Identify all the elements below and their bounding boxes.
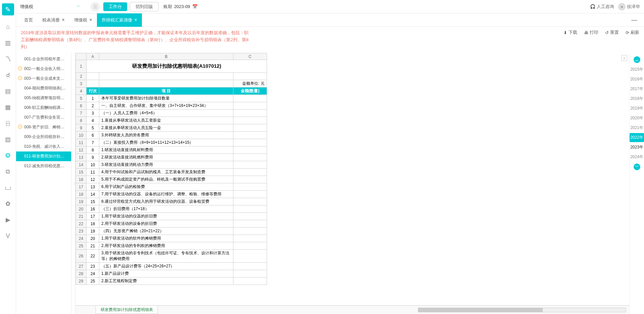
tax-type-dropdown[interactable]: 增值税 ﹀ — [20, 4, 80, 10]
nav-grid-icon[interactable]: ▦ — [3, 103, 13, 112]
tab-bar: 首页税表清册✕增值税✕所得税汇算清缴✕ — — [16, 13, 644, 27]
warning-icon: ! — [18, 66, 22, 70]
tab-label: 增值税 — [74, 17, 87, 23]
tab-label: 首页 — [24, 17, 33, 23]
nav-calendar-icon[interactable]: ▧ — [3, 135, 13, 144]
close-icon[interactable]: ✕ — [62, 18, 65, 22]
spreadsheet[interactable]: ABC1研发费用加计扣除优惠明细表(A107012)23金额单位: 元4行次项 … — [75, 53, 267, 285]
content-area: 2019年度涉及取以前年度结转数据的申报表单元格需要手工维护正确，才能保证本年及… — [16, 27, 644, 314]
form-item-label: 011-研发费用加计扣除优惠... — [24, 154, 71, 159]
tax-type-label: 增值税 — [20, 4, 33, 10]
form-item-label: 012-减免所得税优惠明细表(... — [24, 164, 71, 168]
support-link[interactable]: 🎧 人工咨询 — [590, 4, 614, 10]
form-item-label: 010-免税、减计收入及加计... — [24, 144, 71, 149]
nav-v-icon[interactable]: V — [3, 231, 13, 241]
notice-text: 2019年度涉及取以前年度结转数据的申报表单元格需要手工维护正确，才能保证本年及… — [21, 29, 249, 50]
form-item[interactable]: 004-期间费用明细表(A1040... — [16, 83, 71, 93]
horizontal-scrollbar[interactable] — [418, 308, 626, 312]
tab-label: 所得税汇算清缴 — [102, 17, 132, 23]
form-list: 001-企业所得税年度纳税申...!002-一般企业收入明细表(A...!003… — [16, 53, 71, 314]
form-item[interactable]: 011-研发费用加计扣除优惠... — [16, 151, 71, 161]
avatar-icon: ● — [618, 3, 626, 10]
form-item[interactable]: 006-职工薪酬纳税调整明细... — [16, 103, 71, 113]
calendar-icon[interactable]: 📅 — [192, 4, 198, 9]
nav-bag-icon[interactable]: ☌ — [3, 70, 13, 80]
form-item-label: 009-企业所得税弥补亏损明... — [24, 134, 71, 139]
spreadsheet-area: » ABC1研发费用加计扣除优惠明细表(A107012)23金额单位: 元4行次… — [75, 53, 629, 314]
tab-label: 税表清册 — [42, 17, 60, 23]
year-option[interactable]: 2015年 — [630, 65, 644, 74]
reset-icon: ↺ — [605, 30, 609, 35]
nav-play-icon[interactable]: ▶ — [3, 215, 13, 225]
year-scroll-down[interactable]: ︾ — [634, 164, 640, 170]
print-button[interactable]: 🖶打印 — [584, 29, 598, 36]
support-label: 人工咨询 — [597, 4, 614, 10]
expand-button[interactable]: » — [621, 55, 627, 61]
form-item-label: 005-纳税调整项目明细表(A1... — [24, 96, 71, 100]
form-item-label: 008-资产折旧、摊销及纳税... — [24, 125, 71, 129]
chevron-down-icon: ﹀ — [76, 4, 80, 9]
toolbar-actions: ⬇下载 🖶打印 ↺重置 ⟳刷新 — [564, 29, 639, 36]
collapse-tabs-button[interactable]: — — [631, 16, 637, 23]
year-scroll-up[interactable]: ︽ — [634, 56, 640, 63]
period-value: 2023-09 — [174, 4, 190, 9]
sheet-footer: 研发费用加计扣除优惠明细表 — [75, 305, 629, 314]
form-item[interactable]: 001-企业所得税年度纳税申... — [16, 54, 71, 64]
year-option[interactable]: 2019年 — [630, 104, 644, 113]
refresh-button[interactable]: ⟳刷新 — [626, 29, 639, 36]
headset-icon: 🎧 — [590, 4, 595, 9]
form-item[interactable]: 005-纳税调整项目明细表(A1... — [16, 93, 71, 103]
year-option[interactable]: 2018年 — [630, 94, 644, 103]
form-item[interactable]: 009-企业所得税弥补亏损明... — [16, 132, 71, 142]
download-button[interactable]: ⬇下载 — [564, 29, 577, 36]
left-nav: ✎ ⌂ ▥ 〽 ☌ ▤ ▦ ⌸ ▧ ❂ ⧉ ⌴ ✿ ▶ V — [0, 0, 16, 314]
form-item-label: 003-一般企业成本支出明细... — [24, 76, 71, 81]
year-option[interactable]: 2016年 — [630, 75, 644, 84]
year-rail: ︽2015年2016年2017年2018年2019年2020年2021年2022… — [629, 53, 644, 314]
warning-icon: ! — [18, 76, 22, 80]
form-item[interactable]: !008-资产折旧、摊销及纳税... — [16, 122, 71, 132]
tab-税表清册[interactable]: 税表清册✕ — [38, 13, 69, 27]
user-menu[interactable]: ● 徐泽华 — [618, 3, 640, 10]
collapse-handle[interactable] — [71, 53, 75, 314]
round-button[interactable]: ☰ — [91, 2, 100, 11]
year-option[interactable]: 2023年 — [630, 143, 644, 152]
form-item[interactable]: 007-广告费和业务宣传费跨... — [16, 113, 71, 122]
close-icon[interactable]: ✕ — [89, 18, 92, 22]
refresh-icon: ⟳ — [626, 30, 629, 35]
close-icon[interactable]: ✕ — [134, 18, 137, 22]
reset-button[interactable]: ↺重置 — [605, 29, 619, 36]
year-option[interactable]: 2022年 — [630, 133, 644, 142]
tab-增值税[interactable]: 增值税✕ — [69, 13, 97, 27]
nav-copy-icon[interactable]: ⧉ — [3, 167, 13, 176]
sheet-tab[interactable]: 研发费用加计扣除优惠明细表 — [96, 306, 158, 314]
nav-doc-icon[interactable]: ▥ — [3, 38, 13, 48]
nav-home-icon[interactable]: ⌂ — [3, 22, 13, 32]
nav-gear-icon[interactable]: ✿ — [3, 199, 13, 208]
form-item[interactable]: 012-减免所得税优惠明细表(... — [16, 161, 71, 171]
nav-list-icon[interactable]: ▤ — [3, 86, 13, 96]
nav-inbox-icon[interactable]: ⌴ — [3, 183, 13, 192]
tab-所得税汇算清缴[interactable]: 所得税汇算清缴✕ — [97, 13, 142, 27]
tab-首页[interactable]: 首页 — [19, 13, 38, 27]
warning-icon: ! — [18, 125, 22, 129]
year-option[interactable]: 2017年 — [630, 84, 644, 93]
top-bar: 增值税 ﹀ ☰ 工作台 切到旧版 账期 2023-09 📅 🎧 人工咨询 ● 徐… — [16, 0, 644, 13]
nav-active-icon[interactable]: ❂ — [3, 151, 13, 160]
form-item[interactable]: !002-一般企业收入明细表(A... — [16, 64, 71, 74]
print-icon: 🖶 — [584, 30, 588, 35]
form-item-label: 002-一般企业收入明细表(A... — [24, 66, 71, 71]
nav-badge-icon[interactable]: ⌸ — [3, 119, 13, 128]
year-option[interactable]: 2020年 — [630, 114, 644, 123]
nav-chart-icon[interactable]: 〽 — [3, 54, 13, 64]
form-item[interactable]: 010-免税、减计收入及加计... — [16, 142, 71, 151]
form-item-label: 007-广告费和业务宣传费跨... — [24, 115, 71, 120]
workbench-button[interactable]: 工作台 — [103, 2, 127, 11]
form-item-label: 001-企业所得税年度纳税申... — [24, 57, 71, 61]
form-item[interactable]: !003-一般企业成本支出明细... — [16, 74, 71, 83]
sheet-scroll[interactable]: ABC1研发费用加计扣除优惠明细表(A107012)23金额单位: 元4行次项 … — [75, 53, 629, 305]
form-item-label: 004-期间费用明细表(A1040... — [24, 86, 71, 90]
year-option[interactable]: 2021年 — [630, 123, 644, 132]
switch-old-button[interactable]: 切到旧版 — [130, 2, 159, 11]
year-option[interactable]: 2024年 — [630, 152, 644, 162]
